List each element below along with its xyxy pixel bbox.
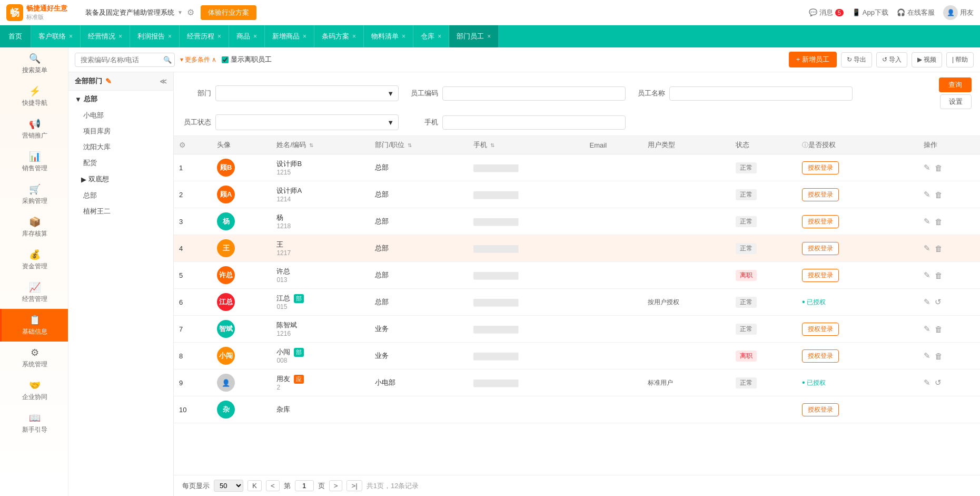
nav-item-profit[interactable]: 利润报告 × [130, 25, 180, 47]
auth-btn[interactable]: 授权登录 [802, 403, 839, 416]
nav-item-customer[interactable]: 客户联络 × [31, 25, 81, 47]
nav-item-add-goods[interactable]: 新增商品 × [265, 25, 314, 47]
sidebar-item-search[interactable]: 🔍 搜索菜单 [0, 47, 68, 80]
per-page-select[interactable]: 50 20 100 [214, 480, 243, 492]
delete-icon[interactable]: 🗑 [935, 190, 943, 199]
chevron-down-icon[interactable]: ▼ [177, 9, 183, 15]
dept-edit-icon[interactable]: ✎ [105, 77, 112, 85]
sidebar-item-system[interactable]: ⚙ 系统管理 [0, 342, 68, 374]
edit-icon[interactable]: ✎ [924, 190, 930, 199]
dept-tree-root[interactable]: ▼ 总部 [68, 91, 173, 108]
view-button[interactable]: ▶ 视频 [912, 52, 942, 67]
delete-icon[interactable]: 🗑 [935, 352, 943, 361]
auth-btn[interactable]: 授权登录 [802, 269, 839, 282]
nav-close-customer[interactable]: × [69, 33, 73, 40]
edit-icon[interactable]: ✎ [924, 297, 930, 307]
nav-item-bom[interactable]: 物料清单 × [364, 25, 413, 47]
delete-icon[interactable]: ↺ [935, 378, 942, 387]
nav-close-bom[interactable]: × [402, 33, 405, 40]
auth-btn[interactable]: 授权登录 [802, 161, 839, 174]
dept-tree-child-zongbu[interactable]: 总部 [68, 188, 173, 203]
import-button[interactable]: ↺ 导入 [876, 52, 907, 67]
sidebar-item-quick-nav[interactable]: ⚡ 快捷导航 [0, 80, 68, 113]
nav-item-operations[interactable]: 经营情况 × [81, 25, 130, 47]
edit-icon[interactable]: ✎ [924, 244, 930, 253]
next-page-btn[interactable]: > [329, 480, 343, 491]
service-item[interactable]: 🎧 在线客服 [897, 8, 935, 17]
delete-icon[interactable]: 🗑 [935, 244, 943, 253]
edit-icon[interactable]: ✎ [924, 270, 930, 280]
nav-close-goods[interactable]: × [253, 33, 257, 40]
nav-close-operations[interactable]: × [118, 33, 122, 40]
page-input[interactable] [295, 480, 314, 491]
prev-page-btn[interactable]: < [266, 480, 280, 491]
sidebar-item-basic-info[interactable]: 📋 基础信息 [0, 309, 68, 342]
col-dept[interactable]: 部门/职位 ⇅ [370, 136, 468, 154]
edit-icon[interactable]: ✎ [924, 163, 930, 172]
search-input[interactable] [75, 53, 175, 67]
add-employee-button[interactable]: + 新增员工 [789, 52, 837, 67]
sidebar-item-finance[interactable]: 💰 资金管理 [0, 244, 68, 276]
edit-icon[interactable]: ✎ [924, 378, 930, 387]
col-gear[interactable]: ⚙ [174, 136, 212, 154]
set-button[interactable]: 设置 [940, 94, 972, 109]
edit-icon[interactable]: ✎ [924, 351, 930, 361]
nav-item-history[interactable]: 经营历程 × [180, 25, 229, 47]
nav-item-barcode[interactable]: 条码方案 × [314, 25, 364, 47]
edit-icon[interactable]: ✎ [924, 324, 930, 334]
nav-item-goods[interactable]: 商品 × [229, 25, 265, 47]
sidebar-item-biz[interactable]: 📈 经营管理 [0, 276, 68, 309]
nav-item-home[interactable]: 首页 [0, 25, 31, 47]
delete-icon[interactable]: 🗑 [935, 163, 943, 172]
sidebar-item-sales[interactable]: 📊 销售管理 [0, 145, 68, 178]
col-phone[interactable]: 手机 ⇅ [468, 136, 584, 154]
sidebar-item-inventory[interactable]: 📦 库存核算 [0, 211, 68, 244]
col-name[interactable]: 姓名/编码 ⇅ [271, 136, 370, 154]
nav-item-warehouse[interactable]: 仓库 × [413, 25, 449, 47]
nav-close-profit[interactable]: × [168, 33, 172, 40]
app-download-item[interactable]: 📱 App下载 [852, 8, 888, 17]
nav-item-dept[interactable]: 部门员工 × [449, 25, 499, 47]
sidebar-item-guide[interactable]: 📖 新手引导 [0, 407, 68, 440]
show-resigned-checkbox[interactable] [222, 56, 229, 63]
delete-icon[interactable]: ↺ [935, 297, 942, 307]
first-page-btn[interactable]: K [248, 480, 262, 491]
dept-tree-shuangdi[interactable]: ▶ 双底想 [68, 171, 173, 188]
help-button[interactable]: | 帮助 [946, 52, 974, 67]
trial-button[interactable]: 体验行业方案 [201, 5, 256, 20]
dept-tree-child-xiaodian[interactable]: 小电部 [68, 108, 173, 123]
filter-phone-input[interactable] [442, 115, 626, 130]
dept-collapse-icon[interactable]: ≪ [160, 77, 167, 85]
more-conditions[interactable]: ▾ 更多条件 ∧ [180, 55, 216, 64]
search-button[interactable]: 查询 [939, 77, 972, 92]
filter-status-select[interactable]: ▼ [215, 114, 399, 130]
edit-icon[interactable]: ✎ [924, 217, 930, 226]
auth-btn[interactable]: 授权登录 [802, 323, 839, 336]
filter-empcode-input[interactable] [442, 86, 626, 101]
sidebar-item-purchase[interactable]: 🛒 采购管理 [0, 178, 68, 211]
sidebar-item-marketing[interactable]: 📢 营销推广 [0, 113, 68, 145]
dept-tree-child-zhishu[interactable]: 植树王二 [68, 203, 173, 219]
dept-tree-child-delivery[interactable]: 配货 [68, 155, 173, 171]
auth-btn[interactable]: 授权登录 [802, 188, 839, 201]
nav-close-dept[interactable]: × [487, 33, 491, 40]
filter-dept-select[interactable]: ▼ [215, 85, 399, 101]
auth-btn[interactable]: 授权登录 [802, 215, 839, 228]
dept-tree-child-project[interactable]: 项目库房 [68, 123, 173, 139]
delete-icon[interactable]: 🗑 [935, 217, 943, 226]
nav-close-barcode[interactable]: × [352, 33, 356, 40]
export-button[interactable]: ↻ 导出 [841, 52, 872, 67]
nav-close-add-goods[interactable]: × [303, 33, 306, 40]
dept-tree-child-shenyang[interactable]: 沈阳大库 [68, 139, 173, 155]
nav-close-warehouse[interactable]: × [438, 33, 441, 40]
last-page-btn[interactable]: >| [347, 480, 362, 491]
sidebar-item-collab[interactable]: 🤝 企业协同 [0, 374, 68, 407]
user-item[interactable]: 👤 用友 [943, 5, 974, 20]
nav-close-history[interactable]: × [217, 33, 221, 40]
auth-btn[interactable]: 授权登录 [802, 242, 839, 255]
auth-btn[interactable]: 授权登录 [802, 349, 839, 363]
message-item[interactable]: 💬 消息 5 [809, 8, 844, 17]
delete-icon[interactable]: 🗑 [935, 325, 943, 334]
gear-icon[interactable]: ⚙ [187, 7, 194, 17]
filter-empname-input[interactable] [669, 86, 853, 101]
